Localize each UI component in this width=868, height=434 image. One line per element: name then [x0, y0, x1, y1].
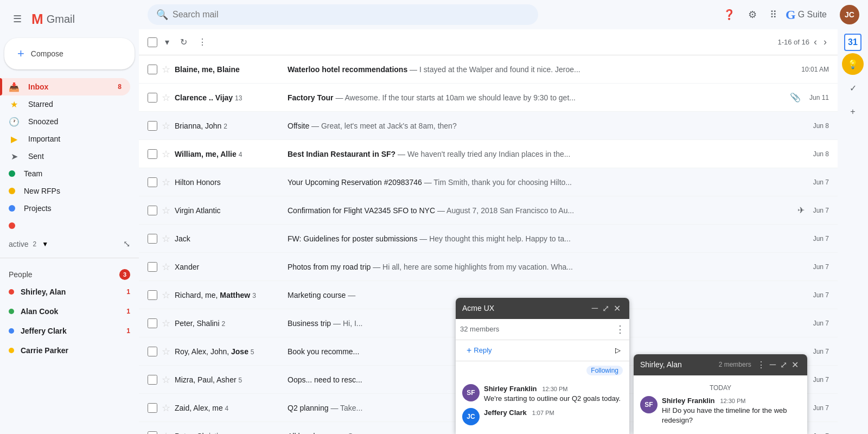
sidebar-item-team[interactable]: Team: [0, 165, 130, 182]
email-row[interactable]: ☆ Jack FW: Guidelines for poster submiss…: [139, 225, 838, 253]
inbox-badge: 8: [111, 83, 122, 91]
help-button[interactable]: ❓: [719, 4, 739, 25]
email-content: Best Indian Restaurant in SF? — We haven…: [288, 150, 805, 158]
star-icon[interactable]: ☆: [162, 402, 170, 414]
email-checkbox[interactable]: [148, 431, 157, 435]
sidebar-item-important[interactable]: ▶ Important: [0, 130, 130, 148]
sidebar-item-snoozed[interactable]: 🕐 Snoozed: [0, 113, 130, 130]
email-checkbox[interactable]: [148, 375, 157, 385]
select-all-checkbox[interactable]: [148, 37, 157, 47]
user-avatar[interactable]: JC: [840, 5, 859, 24]
email-row[interactable]: ☆ Hilton Honors Your Upcoming Reservatio…: [139, 168, 838, 196]
star-icon[interactable]: ☆: [162, 261, 170, 273]
next-page-button[interactable]: ›: [821, 34, 829, 50]
sidebar-item-inbox[interactable]: 📥 Inbox 8: [0, 78, 130, 95]
email-checkbox[interactable]: [148, 177, 157, 187]
chat-acme-more[interactable]: ⋮: [615, 323, 625, 335]
chat-shirley-body: TODAY SF Shirley Franklin 12:30 PM Hi! D…: [634, 375, 807, 434]
following-badge-area: Following: [462, 366, 623, 380]
active-chevron[interactable]: ▼: [42, 240, 48, 248]
email-checkbox[interactable]: [148, 347, 157, 356]
chat-shirley-minimize[interactable]: ─: [768, 359, 778, 371]
email-date: Jun 8: [813, 122, 829, 130]
email-sender: Mizra, Paul, Asher 5: [175, 375, 283, 384]
compose-plus-symbol: +: [17, 47, 24, 61]
email-sender: Peter, Christina 3: [175, 432, 283, 435]
search-input[interactable]: [173, 10, 529, 20]
compose-button[interactable]: + Compose: [4, 38, 135, 69]
active-expand[interactable]: ⤡: [123, 239, 130, 249]
chat-shirley-more[interactable]: ⋮: [755, 359, 768, 371]
hamburger-menu-button[interactable]: ☰: [9, 9, 26, 29]
email-checkbox[interactable]: [148, 290, 157, 300]
apps-button[interactable]: ⠿: [765, 4, 781, 25]
chat-shirley-close[interactable]: ✕: [789, 359, 801, 371]
sidebar-item-starred[interactable]: ★ Starred: [0, 95, 130, 113]
chat-acme-minimize[interactable]: ─: [590, 302, 600, 314]
email-checkbox[interactable]: [148, 206, 157, 215]
prev-page-button[interactable]: ‹: [812, 34, 819, 50]
add-button[interactable]: +: [842, 101, 864, 123]
person-item-alan-cook[interactable]: Alan Cook 1: [0, 302, 139, 321]
chat-message: JC Jeffery Clark 1:07 PM: [462, 408, 623, 425]
star-icon[interactable]: ☆: [162, 430, 170, 435]
chat-acme-reply-button[interactable]: + Reply: [462, 343, 496, 358]
calendar-icon[interactable]: 31: [844, 34, 861, 51]
chat-msg-name: Shirley Franklin: [484, 385, 537, 393]
star-icon[interactable]: ☆: [162, 346, 170, 358]
star-icon[interactable]: ☆: [162, 92, 170, 104]
tasks-button[interactable]: ✓: [842, 77, 864, 99]
email-checkbox[interactable]: [148, 234, 157, 244]
star-icon[interactable]: ☆: [162, 317, 170, 329]
star-icon[interactable]: ☆: [162, 233, 170, 245]
chat-shirley-expand[interactable]: ⤢: [778, 359, 789, 371]
email-checkbox[interactable]: [148, 318, 157, 328]
sidebar-item-projects[interactable]: Projects: [0, 200, 130, 217]
email-checkbox[interactable]: [148, 93, 157, 103]
lightbulb-button[interactable]: 💡: [842, 53, 864, 75]
sidebar-item-more-labels[interactable]: [0, 217, 130, 234]
sidebar-item-newrfps[interactable]: New RFPs: [0, 182, 130, 200]
email-content: Offsite — Great, let's meet at Jack's at…: [288, 122, 805, 130]
chat-acme-close[interactable]: ✕: [611, 302, 623, 315]
email-checkbox[interactable]: [148, 403, 157, 413]
star-icon[interactable]: ☆: [162, 289, 170, 301]
email-date: 10:01 AM: [801, 66, 829, 73]
email-sender: Hilton Honors: [175, 178, 283, 187]
chat-acme-expand[interactable]: ⤢: [600, 302, 611, 315]
email-sender: Virgin Atlantic: [175, 206, 283, 215]
person-item-jeffery-clark[interactable]: Jeffery Clark 1: [0, 321, 139, 341]
email-checkbox[interactable]: [148, 262, 157, 272]
email-checkbox[interactable]: [148, 121, 157, 131]
person-item-shirley-alan[interactable]: Shirley, Alan 1: [0, 282, 139, 302]
sidebar-item-sent[interactable]: ➤ Sent: [0, 148, 130, 165]
sidebar-item-label: Important: [28, 135, 122, 143]
refresh-button[interactable]: ↻: [177, 34, 190, 50]
email-row[interactable]: ☆ Blaine, me, Blaine Waterloo hotel reco…: [139, 55, 838, 84]
star-icon[interactable]: ☆: [162, 148, 170, 160]
email-row[interactable]: ☆ Clarence .. Vijay 13 Factory Tour — Aw…: [139, 84, 838, 112]
sidebar-item-label: Snoozed: [28, 117, 122, 126]
chat-acme-send-icon[interactable]: ▷: [613, 344, 623, 356]
person-item-carrie-parker[interactable]: Carrie Parker: [0, 341, 139, 360]
star-icon[interactable]: ☆: [162, 120, 170, 132]
reply-plus-icon: +: [467, 346, 471, 355]
email-date: Jun 7: [813, 207, 829, 214]
star-icon[interactable]: ☆: [162, 374, 170, 386]
email-date: Jun 7: [813, 376, 829, 384]
more-options-button[interactable]: ⋮: [195, 34, 210, 50]
star-icon[interactable]: ☆: [162, 205, 170, 216]
star-icon[interactable]: ☆: [162, 63, 170, 75]
email-row[interactable]: ☆ William, me, Allie 4 Best Indian Resta…: [139, 140, 838, 168]
select-dropdown-button[interactable]: ▾: [162, 34, 173, 50]
email-row[interactable]: ☆ Xander Photos from my road trip — Hi a…: [139, 253, 838, 281]
email-checkbox[interactable]: [148, 149, 157, 159]
email-checkbox[interactable]: [148, 65, 157, 74]
star-icon[interactable]: ☆: [162, 176, 170, 188]
chat-msg-content: Shirley Franklin 12:30 PM Hi! Do you hav…: [662, 396, 801, 425]
email-row[interactable]: ☆ Virgin Atlantic Confirmation for Fligh…: [139, 196, 838, 225]
email-row[interactable]: ☆ Brianna, John 2 Offsite — Great, let's…: [139, 112, 838, 140]
settings-button[interactable]: ⚙: [744, 4, 761, 25]
chat-avatar-jc: JC: [462, 408, 480, 425]
email-sender: Zaid, Alex, me 4: [175, 404, 283, 412]
